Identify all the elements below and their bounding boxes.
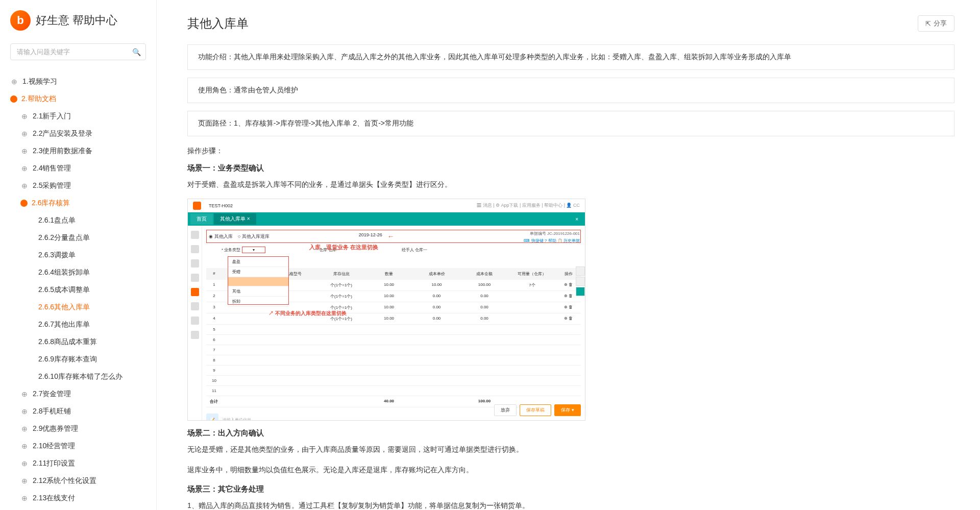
plus-icon: ⊕ [20, 407, 29, 416]
ss-tabs: 首页 其他入库单 × × [188, 212, 585, 226]
ss-col: 可用量（仓库） [508, 270, 556, 278]
nav-item-2-6-6[interactable]: 2.6.6其他入库单 [10, 299, 156, 316]
plus-icon: ⊕ [20, 164, 29, 173]
nav-item-2-7[interactable]: ⊕2.7资金管理 [10, 385, 156, 403]
nav-label: 1.视频学习 [22, 77, 57, 86]
ss-sidenav-icon [191, 274, 199, 282]
nav-label: 2.6.8商品成本重算 [38, 337, 97, 347]
nav-item-2-6-10[interactable]: 2.6.10库存账本错了怎么办 [10, 368, 156, 385]
nav-item-2-6-4[interactable]: 2.6.4组装拆卸单 [10, 264, 156, 281]
plus-icon: ⊕ [20, 130, 29, 138]
ss-note: 请输入单位信息 [223, 417, 251, 421]
role-label: 使用角色： [198, 86, 234, 94]
ss-dd-item-selected [228, 277, 288, 286]
ss-dropdown: 盘盈 受赠 其他 拆卸 [228, 256, 289, 305]
nav-item-2-9[interactable]: ⊕2.9优惠券管理 [10, 420, 156, 438]
search-icon[interactable]: 🔍 [132, 48, 141, 56]
nav-item-2-6-5[interactable]: 2.6.5成本调整单 [10, 281, 156, 299]
nav-item-2-6-1[interactable]: 2.6.1盘点单 [10, 212, 156, 229]
page-header: 其他入库单 ⇱分享 [187, 15, 954, 32]
embedded-screenshot: TEST-H002 ☰ 消息 | ⚙ App下载 | 应用服务 | 帮助中心 |… [187, 199, 585, 421]
ss-dd-item: 其他 [228, 286, 288, 297]
path-text: 1、库存核算->库存管理->其他入库单 2、首页->常用功能 [234, 119, 413, 127]
ss-tab-active: 其他入库单 × [214, 213, 256, 225]
nav-label: 2.7资金管理 [33, 390, 71, 399]
scene1-desc: 对于受赠、盘盈或是拆装入库等不同的业务，是通过单据头【业务类型】进行区分。 [187, 178, 954, 191]
nav-item-2-8[interactable]: ⊕2.8手机旺铺 [10, 403, 156, 420]
nav-item-2-14[interactable]: ⊕2.14常见问题 [10, 507, 156, 510]
ss-col: 数量 [365, 270, 412, 278]
nav-label: 2.1新手入门 [33, 112, 71, 121]
nav-item-2-6-9[interactable]: 2.6.9库存账本查询 [10, 351, 156, 368]
nav-item-2-6-8[interactable]: 2.6.8商品成本重算 [10, 333, 156, 351]
nav-label: 2.6.9库存账本查询 [38, 355, 97, 364]
ss-sidenav-icon [191, 231, 199, 239]
page-title: 其他入库单 [187, 15, 249, 32]
minus-icon: − [10, 95, 17, 103]
minus-icon: − [20, 200, 28, 207]
nav-item-2-1[interactable]: ⊕2.1新手入门 [10, 108, 156, 125]
ss-sidenav-icon [191, 331, 199, 339]
search-input[interactable] [10, 43, 146, 60]
sidebar: b 好生意 帮助中心 🔍 ⊕1.视频学习 −2.帮助文档 ⊕2.1新手入门 ⊕2… [0, 0, 157, 510]
scene2-desc2: 退库业务中，明细数量均以负值红色展示。无论是入库还是退库，库存账均记在入库方向。 [187, 464, 954, 476]
plus-icon: ⊕ [20, 390, 29, 398]
nav-label: 2.5采购管理 [33, 181, 71, 190]
nav-item-2-6-7[interactable]: 2.6.7其他出库单 [10, 316, 156, 333]
ss-tab-home: 首页 [190, 213, 213, 225]
intro-text: 其他入库单用来处理除采购入库、产成品入库之外的其他入库业务，因此其他入库单可处理… [234, 53, 791, 61]
logo: b 好生意 帮助中心 [10, 10, 156, 31]
nav-item-video[interactable]: ⊕1.视频学习 [10, 73, 156, 90]
nav-item-2-3[interactable]: ⊕2.3使用前数据准备 [10, 142, 156, 160]
ss-tool-icon-active [576, 287, 585, 296]
plus-icon: ⊕ [20, 147, 29, 155]
ss-col: 库存信息 [317, 270, 365, 278]
nav-label: 2.6.7其他出库单 [38, 320, 90, 329]
nav-item-2-11[interactable]: ⊕2.11打印设置 [10, 455, 156, 472]
logo-icon: b [10, 10, 31, 31]
ss-content: ◉ 其他入库 ○ 其他入库退库 2019-12-26 ← 入库、退货业务 在这里… [202, 226, 585, 420]
ss-tool-icon [576, 277, 585, 286]
nav-label: 2.6.1盘点单 [38, 216, 76, 225]
nav-label: 2.8手机旺铺 [33, 407, 71, 416]
ss-date: 2019-12-26 [359, 232, 382, 240]
ss-dd-item: 拆卸 [228, 297, 288, 307]
ss-doc-no: 单据编号 JC-20191226-001 [530, 231, 580, 236]
scene2-desc1: 无论是受赠，还是其他类型的业务，由于入库商品质量等原因，需要退回，这时可通过单据… [187, 443, 954, 456]
plus-icon: ⊕ [10, 78, 18, 86]
role-box: 使用角色：通常由仓管人员维护 [187, 78, 954, 103]
logo-text: 好生意 帮助中心 [36, 13, 117, 28]
nav-label: 2.2产品安装及登录 [33, 129, 92, 138]
nav-item-2-2[interactable]: ⊕2.2产品安装及登录 [10, 125, 156, 142]
plus-icon: ⊕ [20, 494, 29, 502]
nav-label: 2.9优惠券管理 [33, 424, 78, 433]
nav-item-2-6-3[interactable]: 2.6.3调拨单 [10, 247, 156, 264]
nav-item-help-docs[interactable]: −2.帮助文档 [10, 90, 156, 108]
nav-label: 2.10经营管理 [33, 442, 75, 451]
nav-item-2-6[interactable]: −2.6库存核算 [10, 195, 156, 212]
nav-list: ⊕1.视频学习 −2.帮助文档 ⊕2.1新手入门 ⊕2.2产品安装及登录 ⊕2.… [10, 73, 156, 510]
nav-item-2-13[interactable]: ⊕2.13在线支付 [10, 490, 156, 507]
ss-sidenav-icon [191, 302, 199, 310]
ss-footer: 放弃 保存草稿 保存 ▾ [494, 404, 581, 416]
nav-item-2-10[interactable]: ⊕2.10经营管理 [10, 438, 156, 455]
nav-item-2-12[interactable]: ⊕2.12系统个性化设置 [10, 472, 156, 490]
scene2-title: 场景二：出入方向确认 [187, 428, 954, 438]
share-button[interactable]: ⇱分享 [918, 15, 954, 32]
nav-label: 2.3使用前数据准备 [33, 147, 92, 156]
plus-icon: ⊕ [20, 477, 29, 485]
nav-item-2-4[interactable]: ⊕2.4销售管理 [10, 160, 156, 177]
nav-label: 2.12系统个性化设置 [33, 476, 96, 485]
nav-item-2-6-2[interactable]: 2.6.2分量盘点单 [10, 229, 156, 247]
nav-item-2-5[interactable]: ⊕2.5采购管理 [10, 177, 156, 195]
main-content: 其他入库单 ⇱分享 功能介绍：其他入库单用来处理除采购入库、产成品入库之外的其他… [162, 0, 980, 510]
scene3-desc: 1、赠品入库的商品直接转为销售。通过工具栏【复制/复制为销货单】功能，将单据信息… [187, 499, 954, 510]
ss-btn-discard: 放弃 [494, 404, 517, 416]
nav-label: 2.4销售管理 [33, 164, 71, 173]
plus-icon: ⊕ [20, 425, 29, 433]
share-label: 分享 [934, 19, 947, 28]
steps-label: 操作步骤： [187, 147, 954, 156]
plus-icon: ⊕ [20, 112, 29, 120]
nav-label: 2.6.2分量盘点单 [38, 233, 90, 242]
search-box: 🔍 [10, 43, 156, 60]
